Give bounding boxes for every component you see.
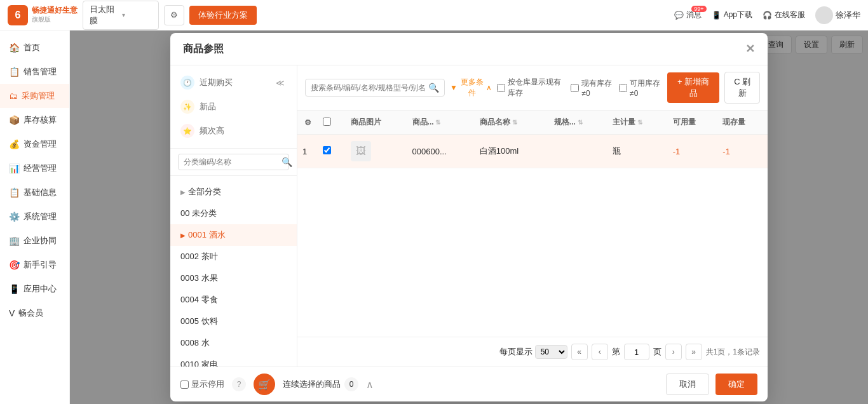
checkbox-available[interactable] (619, 84, 627, 92)
modal-overlay: 商品参照 ✕ 🕐 近期购买 ≪ (70, 30, 868, 404)
category-0005[interactable]: 0005 饮料 (170, 311, 297, 332)
refresh-btn[interactable]: C 刷新 (724, 72, 760, 104)
system-icon: ⚙️ (9, 212, 20, 222)
page-next-btn[interactable]: › (665, 344, 682, 360)
modal-body: 🕐 近期购买 ≪ ✨ 新品 ⭐ 频次高 (170, 65, 768, 367)
filter-arrow-icon: ∧ (486, 83, 492, 92)
avatar (815, 6, 833, 24)
category-search-input[interactable] (184, 158, 279, 166)
toolbar: 🔍 ▼ 更多条件 ∧ 按仓库显示现有库存 (297, 65, 768, 111)
per-page-select[interactable]: 10 20 50 100 (535, 345, 567, 359)
product-table: ⚙ 商品图片 商品... 商品名称 规格... 主计量 可用量 现存量 (297, 111, 768, 168)
checkbox-warehouse-text: 按仓库显示现有库存 (508, 77, 566, 98)
show-disabled-text: 显示停用 (191, 379, 224, 390)
col-code[interactable]: 商品... (407, 111, 475, 135)
sidebar-item-guide[interactable]: 🎯 新手引导 (0, 253, 69, 277)
col-spec[interactable]: 规格... (549, 111, 607, 135)
continuous-select-area: 连续选择的商品 0 (283, 377, 358, 391)
cell-num: 1 (297, 135, 318, 168)
store-selector[interactable]: 日太阳膜 ▾ (83, 1, 159, 30)
category-00-label: 00 未分类 (180, 208, 217, 219)
quick-nav-new[interactable]: ✨ 新品 (170, 95, 297, 119)
add-product-btn[interactable]: + 新增商品 (667, 72, 720, 103)
category-0004-label: 0004 零食 (180, 294, 218, 306)
product-search-icon[interactable]: 🔍 (428, 83, 439, 93)
category-00[interactable]: 00 未分类 (170, 203, 297, 224)
product-search-input[interactable] (311, 83, 426, 92)
app-download-btn[interactable]: 📱 App下载 (712, 10, 752, 20)
sidebar-item-sales[interactable]: 📋 销售管理 (0, 60, 69, 84)
sidebar-label-finance: 资金管理 (24, 138, 57, 150)
page-first-btn[interactable]: « (571, 344, 588, 360)
sidebar-item-basic[interactable]: 📋 基础信息 (0, 180, 69, 205)
cell-name: 白酒100ml (475, 135, 549, 168)
category-search-icon[interactable]: 🔍 (281, 157, 292, 167)
inventory-icon: 📦 (9, 115, 20, 125)
page-prev-btn[interactable]: ‹ (592, 344, 608, 360)
cancel-button[interactable]: 取消 (666, 374, 709, 395)
sidebar-item-home[interactable]: 🏠 首页 (0, 36, 69, 60)
category-0003[interactable]: 0003 水果 (170, 267, 297, 289)
page-number-input[interactable] (624, 344, 649, 360)
product-search-box[interactable]: 🔍 (305, 79, 445, 97)
category-0002[interactable]: 0002 茶叶 (170, 246, 297, 267)
settings-button[interactable]: ⚙ (164, 5, 184, 25)
sidebar-item-member[interactable]: V 畅会员 (0, 301, 69, 325)
row-checkbox[interactable] (323, 146, 331, 154)
brand-name: 畅捷通好生意 (32, 6, 78, 16)
sidebar-label-basic: 基础信息 (24, 187, 57, 198)
checkbox-warehouse-label[interactable]: 按仓库显示现有库存 (497, 77, 566, 98)
guide-icon: 🎯 (9, 260, 20, 270)
page-size-selector[interactable]: 每页显示 10 20 50 100 (499, 345, 567, 359)
category-0010[interactable]: 0010 家电 (170, 354, 297, 367)
select-all-checkbox[interactable] (323, 118, 331, 126)
purchase-icon: 🗂 (9, 91, 18, 101)
sidebar-item-finance[interactable]: 💰 资金管理 (0, 132, 69, 156)
user-area[interactable]: 徐泽华 (815, 6, 860, 24)
cart-icon-btn[interactable]: 🛒 (254, 374, 275, 395)
sidebar-item-operation[interactable]: 📊 经营管理 (0, 156, 69, 180)
more-filters-btn[interactable]: ▼ 更多条件 ∧ (450, 77, 492, 98)
col-settings[interactable]: ⚙ (297, 111, 318, 135)
checkbox-stock[interactable] (571, 84, 579, 92)
modal-close-button[interactable]: ✕ (745, 42, 755, 56)
table-row[interactable]: 1 🖼 000600... 白酒100ml 瓶 (297, 135, 768, 168)
category-all[interactable]: ▶ 全部分类 (170, 181, 297, 203)
checkbox-warehouse[interactable] (497, 84, 505, 92)
member-icon: V (9, 308, 15, 318)
cell-check[interactable] (318, 135, 346, 168)
username: 徐泽华 (836, 10, 860, 21)
cat-0001-arrow-icon: ▶ (180, 232, 186, 239)
col-image: 商品图片 (346, 111, 407, 135)
experience-btn[interactable]: 体验行业方案 (189, 6, 257, 25)
help-icon-btn[interactable]: ? (232, 377, 246, 391)
sales-icon: 📋 (9, 67, 20, 77)
category-0008[interactable]: 0008 水 (170, 332, 297, 354)
quick-nav-recent[interactable]: 🕐 近期购买 ≪ (170, 71, 297, 95)
col-name[interactable]: 商品名称 (475, 111, 549, 135)
online-service-btn[interactable]: 🎧 在线客服 (763, 10, 805, 20)
category-search-box[interactable]: 🔍 (178, 154, 289, 170)
sidebar-item-purchase[interactable]: 🗂 采购管理 (0, 84, 69, 108)
quick-nav-freq[interactable]: ⭐ 频次高 (170, 119, 297, 143)
category-0004[interactable]: 0004 零食 (170, 289, 297, 311)
sidebar-item-inventory[interactable]: 📦 库存核算 (0, 108, 69, 132)
checkbox-available-label[interactable]: 可用库存≠0 (619, 78, 662, 98)
footer-collapse-icon[interactable]: ∧ (366, 379, 374, 391)
left-panel: 🕐 近期购买 ≪ ✨ 新品 ⭐ 频次高 (170, 65, 297, 367)
col-check[interactable] (318, 111, 346, 135)
left-collapse-icon[interactable]: ≪ (274, 76, 287, 89)
sidebar-item-apps[interactable]: 📱 应用中心 (0, 277, 69, 301)
show-disabled-checkbox[interactable] (180, 380, 189, 389)
sidebar-item-system[interactable]: ⚙️ 系统管理 (0, 205, 69, 229)
checkbox-stock-label[interactable]: 现有库存≠0 (571, 78, 614, 98)
messages-btn[interactable]: 💬 消息 99+ (674, 10, 702, 20)
confirm-button[interactable]: 确定 (715, 374, 757, 395)
show-disabled-label[interactable]: 显示停用 (180, 379, 224, 390)
page-last-btn[interactable]: » (686, 344, 702, 360)
sidebar-item-enterprise[interactable]: 🏢 企业协同 (0, 229, 69, 253)
col-unit[interactable]: 主计量 (607, 111, 668, 135)
headset-icon: 🎧 (763, 11, 772, 20)
page-summary: 共1页，1条记录 (706, 347, 760, 358)
category-0001[interactable]: ▶ 0001 酒水 (170, 224, 297, 246)
